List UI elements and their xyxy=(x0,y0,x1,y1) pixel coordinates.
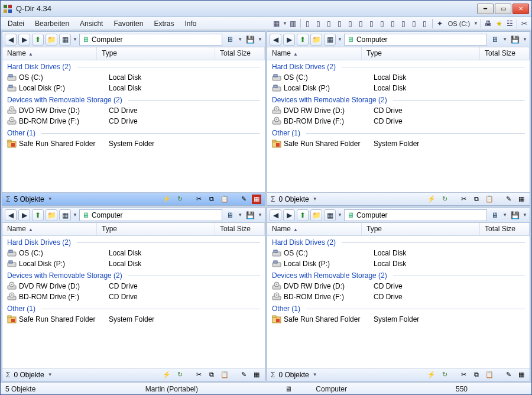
view-button[interactable]: ▦ xyxy=(59,34,71,46)
list-item[interactable]: BD-ROM Drive (F:)CD Drive xyxy=(267,292,530,302)
wand-icon[interactable]: ✦ xyxy=(435,19,445,28)
layout-icon[interactable]: ▯ xyxy=(303,19,313,28)
list-item[interactable]: BD-ROM Drive (F:)CD Drive xyxy=(267,116,530,127)
group-header[interactable]: Hard Disk Drives (2) xyxy=(267,60,530,72)
up-button[interactable]: ⬆ xyxy=(297,209,309,221)
file-list[interactable]: Hard Disk Drives (2)OS (C:)Local DiskLoc… xyxy=(2,60,265,192)
layout-icon[interactable]: ▯ xyxy=(325,19,334,28)
minimize-button[interactable]: ━ xyxy=(477,4,494,14)
list-item[interactable]: DVD RW Drive (D:)CD Drive xyxy=(267,281,530,292)
col-size[interactable]: Total Size xyxy=(480,223,530,235)
grid-icon[interactable]: ▦ xyxy=(252,370,261,380)
address-bar[interactable]: 🖥Computer xyxy=(344,209,487,221)
back-button[interactable]: ◀ xyxy=(270,34,281,46)
list-item[interactable]: Local Disk (P:)Local Disk xyxy=(2,258,265,269)
grid-icon[interactable]: ▦ xyxy=(517,195,526,204)
os-drive-label[interactable]: OS (C:) xyxy=(448,20,470,27)
refresh-icon[interactable]: ↻ xyxy=(440,195,449,204)
monitor-icon[interactable]: 🖥 xyxy=(489,209,501,221)
layout-icon[interactable]: ▥ xyxy=(288,19,298,28)
list-item[interactable]: DVD RW Drive (D:)CD Drive xyxy=(2,281,265,292)
monitor-icon[interactable]: 🖥 xyxy=(489,34,501,46)
forward-button[interactable]: ▶ xyxy=(283,209,295,221)
menu-datei[interactable]: Datei xyxy=(3,18,29,29)
col-type[interactable]: Type xyxy=(97,47,215,60)
group-header[interactable]: Other (1) xyxy=(2,127,265,138)
layout-icon[interactable]: ▯ xyxy=(420,19,430,28)
clip-icon[interactable]: ✂ xyxy=(520,19,529,28)
copy-icon[interactable]: ⧉ xyxy=(472,195,481,204)
paste-icon[interactable]: 📋 xyxy=(485,195,494,204)
group-header[interactable]: Devices with Removable Storage (2) xyxy=(2,93,265,105)
file-list[interactable]: Hard Disk Drives (2)OS (C:)Local DiskLoc… xyxy=(267,236,530,368)
maximize-button[interactable]: ▭ xyxy=(495,4,511,14)
copy-icon[interactable]: ⧉ xyxy=(472,370,481,380)
menu-ansicht[interactable]: Ansicht xyxy=(75,18,108,29)
view-button[interactable]: ▦ xyxy=(59,209,71,221)
copy-icon[interactable]: ⧉ xyxy=(207,195,216,204)
col-size[interactable]: Total Size xyxy=(215,47,265,60)
list-item[interactable]: Safe Run Shared FolderSystem Folder xyxy=(2,138,265,149)
menu-bearbeiten[interactable]: Bearbeiten xyxy=(30,18,74,29)
cut-icon[interactable]: ✂ xyxy=(194,195,203,204)
column-header[interactable]: Name▲TypeTotal Size xyxy=(267,223,530,236)
monitor-icon[interactable]: 🖥 xyxy=(224,34,236,46)
menu-extras[interactable]: Extras xyxy=(149,18,179,29)
edit-icon[interactable]: ✎ xyxy=(504,370,513,380)
close-button[interactable]: ✕ xyxy=(512,4,529,14)
address-bar[interactable]: 🖥Computer xyxy=(79,209,222,221)
column-header[interactable]: Name▲TypeTotal Size xyxy=(267,47,530,60)
copy-icon[interactable]: ⧉ xyxy=(207,370,216,380)
layout-icon[interactable]: ▦ xyxy=(272,19,281,28)
star-icon[interactable]: ★ xyxy=(494,19,504,28)
titlebar[interactable]: Q-Dir 4.34 ━ ▭ ✕ xyxy=(1,1,531,17)
bolt-icon[interactable]: ⚡ xyxy=(427,195,436,204)
list-item[interactable]: BD-ROM Drive (F:)CD Drive xyxy=(2,292,265,302)
bolt-icon[interactable]: ⚡ xyxy=(162,195,171,204)
cut-icon[interactable]: ✂ xyxy=(459,370,468,380)
drive-icon[interactable]: 💾 xyxy=(509,34,521,46)
bolt-icon[interactable]: ⚡ xyxy=(427,370,436,380)
layout-icon[interactable]: ▯ xyxy=(356,19,366,28)
layout-icon[interactable]: ▯ xyxy=(378,19,387,28)
grid-icon[interactable]: ▦ xyxy=(252,195,261,204)
cut-icon[interactable]: ✂ xyxy=(459,195,468,204)
list-item[interactable]: OS (C:)Local Disk xyxy=(2,248,265,258)
menu-info[interactable]: Info xyxy=(180,18,201,29)
col-type[interactable]: Type xyxy=(97,223,215,235)
drive-icon[interactable]: 💾 xyxy=(244,34,256,46)
paste-icon[interactable]: 📋 xyxy=(220,370,229,380)
group-header[interactable]: Devices with Removable Storage (2) xyxy=(267,269,530,281)
file-list[interactable]: Hard Disk Drives (2)OS (C:)Local DiskLoc… xyxy=(2,236,265,368)
grid-icon[interactable]: ▦ xyxy=(517,370,526,380)
group-header[interactable]: Other (1) xyxy=(267,302,530,314)
list-item[interactable]: OS (C:)Local Disk xyxy=(267,248,530,258)
list-item[interactable]: OS (C:)Local Disk xyxy=(2,72,265,83)
edit-icon[interactable]: ✎ xyxy=(504,195,513,204)
layout-icon[interactable]: ▯ xyxy=(367,19,377,28)
up-button[interactable]: ⬆ xyxy=(32,34,44,46)
list-item[interactable]: Local Disk (P:)Local Disk xyxy=(267,258,530,269)
paste-icon[interactable]: 📋 xyxy=(220,195,229,204)
layout-icon[interactable]: ▯ xyxy=(399,19,408,28)
col-size[interactable]: Total Size xyxy=(215,223,265,235)
col-name[interactable]: Name▲ xyxy=(2,223,97,235)
col-name[interactable]: Name▲ xyxy=(267,223,362,235)
group-header[interactable]: Other (1) xyxy=(2,302,265,314)
list-item[interactable]: Safe Run Shared FolderSystem Folder xyxy=(2,314,265,325)
cut-icon[interactable]: ✂ xyxy=(194,370,203,380)
forward-button[interactable]: ▶ xyxy=(18,34,30,46)
folder-tree-button[interactable]: 📁 xyxy=(46,34,57,46)
paste-icon[interactable]: 📋 xyxy=(485,370,494,380)
list-item[interactable]: DVD RW Drive (D:)CD Drive xyxy=(267,105,530,116)
list-item[interactable]: DVD RW Drive (D:)CD Drive xyxy=(2,105,265,116)
up-button[interactable]: ⬆ xyxy=(32,209,44,221)
list-item[interactable]: Local Disk (P:)Local Disk xyxy=(2,83,265,93)
list-item[interactable]: Safe Run Shared FolderSystem Folder xyxy=(267,314,530,325)
refresh-icon[interactable]: ↻ xyxy=(175,195,184,204)
layout-icon[interactable]: ▯ xyxy=(410,19,419,28)
col-type[interactable]: Type xyxy=(362,47,480,60)
group-header[interactable]: Hard Disk Drives (2) xyxy=(267,236,530,248)
back-button[interactable]: ◀ xyxy=(270,209,281,221)
refresh-icon[interactable]: ↻ xyxy=(175,370,184,380)
